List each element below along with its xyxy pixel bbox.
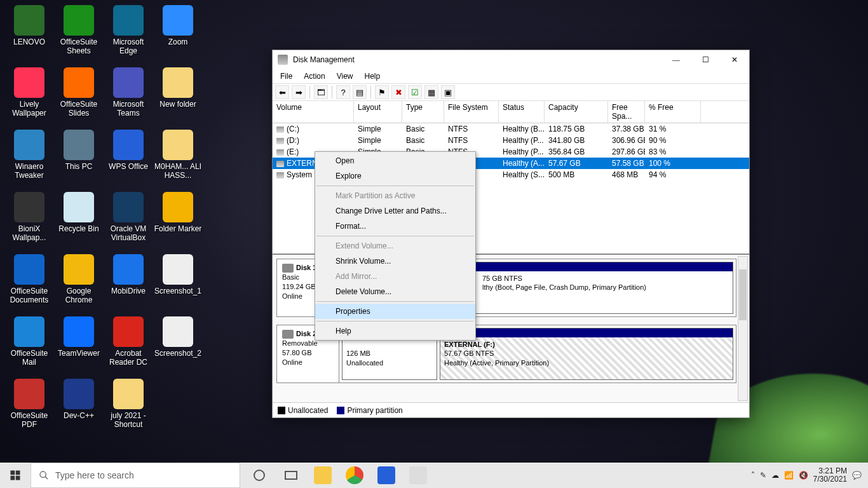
ctx-extend: Extend Volume... — [315, 238, 475, 254]
desktop-icon[interactable]: Acrobat Reader DC — [104, 316, 153, 367]
back-icon[interactable]: ⬅ — [275, 85, 289, 99]
search-icon — [39, 470, 49, 480]
desktop-icon[interactable]: july 2021 - Shortcut — [104, 379, 153, 430]
desktop-icon[interactable]: OfficeSuite Mail — [5, 316, 53, 367]
refresh-icon[interactable]: 🗔 — [314, 85, 328, 99]
ctx-open[interactable]: Open — [315, 153, 475, 168]
maximize-button[interactable]: ☐ — [691, 50, 720, 69]
action1-icon[interactable]: ▦ — [424, 85, 438, 99]
desktop-icon[interactable]: OfficeSuite Sheets — [55, 5, 103, 56]
forward-icon[interactable]: ➡ — [292, 85, 306, 99]
icon-label: TeamViewer — [55, 349, 103, 358]
ctx-format[interactable]: Format... — [315, 219, 475, 234]
volume-row[interactable]: (D:)SimpleBasicNTFSHealthy (P...341.80 G… — [273, 135, 749, 146]
taskbar: Type here to search ˄ ✎ ☁ 📶 🔇 3:21 PM 7/… — [0, 463, 868, 488]
taskview-icon[interactable] — [276, 463, 306, 488]
ctx-mark-active: Mark Partition as Active — [315, 188, 475, 203]
search-input[interactable]: Type here to search — [31, 463, 240, 488]
tray-notifications-icon[interactable]: 💬 — [852, 471, 862, 480]
tray-wifi-icon[interactable]: 📶 — [784, 471, 794, 480]
menu-help[interactable]: Help — [360, 71, 386, 82]
col-filesystem[interactable]: File System — [444, 101, 499, 123]
wps-icon[interactable] — [371, 463, 402, 488]
desktop-icon[interactable]: Microsoft Teams — [104, 67, 153, 118]
desktop-icon[interactable]: Zoom — [154, 5, 202, 47]
scrollbar[interactable] — [738, 256, 748, 401]
desktop-icon[interactable]: Google Chrome — [55, 254, 103, 305]
system-tray: ˄ ✎ ☁ 📶 🔇 3:21 PM 7/30/2021 💬 — [751, 467, 868, 484]
desktop-icon[interactable]: WPS Office — [104, 130, 153, 172]
desktop-icon[interactable]: Screenshot_2 — [154, 316, 202, 358]
col-capacity[interactable]: Capacity — [545, 101, 608, 123]
app-icon — [64, 254, 94, 285]
action2-icon[interactable]: ▣ — [441, 85, 455, 99]
col-volume[interactable]: Volume — [273, 101, 354, 123]
desktop-icon[interactable]: MobiDrive — [104, 254, 153, 296]
col-type[interactable]: Type — [402, 101, 444, 123]
desktop-icon[interactable]: Screenshot_1 — [154, 254, 202, 296]
tray-pen-icon[interactable]: ✎ — [760, 471, 766, 480]
tray-cloud-icon[interactable]: ☁ — [771, 471, 779, 480]
start-button[interactable] — [0, 463, 31, 488]
titlebar[interactable]: Disk Management ― ☐ ✕ — [273, 50, 749, 69]
desktop-icon[interactable]: M0HAM... ALI HASS... — [154, 130, 202, 180]
disk2-p1-size: 126 MB — [346, 349, 370, 357]
col-status[interactable]: Status — [499, 101, 545, 123]
disk-icon — [282, 264, 294, 273]
desktop-icon[interactable]: LENOVO — [5, 5, 53, 47]
tray-clock[interactable]: 3:21 PM 7/30/2021 — [813, 467, 847, 484]
desktop-icon[interactable]: Winaero Tweaker — [5, 130, 53, 180]
col-free[interactable]: Free Spa... — [608, 101, 645, 123]
desktop-icon[interactable]: OfficeSuite Documents — [5, 254, 53, 305]
desktop-icon[interactable]: Recycle Bin — [55, 192, 103, 234]
disk2-type: Removable — [282, 339, 318, 347]
icon-label: LENOVO — [5, 38, 53, 47]
ctx-delete[interactable]: Delete Volume... — [315, 284, 475, 299]
app-icon — [14, 5, 44, 36]
minimize-button[interactable]: ― — [661, 50, 691, 69]
menu-view[interactable]: View — [332, 71, 358, 82]
app-icon — [163, 254, 193, 285]
desktop-icon[interactable]: TeamViewer — [55, 316, 103, 358]
col-layout[interactable]: Layout — [354, 101, 402, 123]
close-button[interactable]: ✕ — [720, 50, 749, 69]
chrome-icon[interactable] — [339, 463, 370, 488]
desktop-icon[interactable]: BioniX Wallpap... — [5, 192, 53, 243]
help-icon[interactable]: ? — [336, 85, 350, 99]
desktop-icon[interactable]: Lively Wallpaper — [5, 67, 53, 118]
app-icon — [113, 67, 144, 98]
diskmgmt-icon[interactable] — [403, 463, 433, 488]
svg-rect-0 — [11, 471, 15, 475]
desktop-icon[interactable]: Microsoft Edge — [104, 5, 153, 56]
cortana-icon[interactable] — [244, 463, 275, 488]
desktop-icon[interactable]: Dev-C++ — [55, 379, 103, 421]
ctx-properties[interactable]: Properties — [315, 304, 475, 319]
desktop-icon[interactable]: Oracle VM VirtualBox — [104, 192, 153, 243]
desktop-icon[interactable]: This PC — [55, 130, 103, 172]
explorer-icon[interactable] — [308, 463, 338, 488]
menu-file[interactable]: File — [275, 71, 297, 82]
desktop-icon[interactable]: OfficeSuite Slides — [55, 67, 103, 118]
volume-row[interactable]: (C:)SimpleBasicNTFSHealthy (B...118.75 G… — [273, 123, 749, 135]
ctx-shrink[interactable]: Shrink Volume... — [315, 254, 475, 269]
tray-chevron-icon[interactable]: ˄ — [751, 471, 755, 480]
desktop-icon[interactable]: OfficeSuite PDF — [5, 379, 53, 430]
toolbar: ⬅ ➡ 🗔 ? ▤ ⚑ ✖ ☑ ▦ ▣ — [273, 83, 749, 101]
icon-label: OfficeSuite Documents — [5, 287, 53, 305]
disk2-external-partition[interactable]: EXTERNAL (F:) 57.67 GB NTFS Healthy (Act… — [440, 328, 733, 380]
settings-icon[interactable]: ⚑ — [375, 85, 389, 99]
app-icon — [14, 67, 44, 98]
ctx-explore[interactable]: Explore — [315, 168, 475, 184]
col-pctfree[interactable]: % Free — [645, 101, 701, 123]
ctx-help[interactable]: Help — [315, 323, 475, 339]
ctx-change-letter[interactable]: Change Drive Letter and Paths... — [315, 203, 475, 219]
desktop-icon[interactable]: New folder — [154, 67, 202, 109]
check-icon[interactable]: ☑ — [408, 85, 422, 99]
delete-icon[interactable]: ✖ — [391, 85, 405, 99]
tray-volume-icon[interactable]: 🔇 — [799, 471, 808, 480]
svg-rect-2 — [11, 476, 15, 480]
menu-action[interactable]: Action — [299, 71, 330, 82]
app-icon — [163, 130, 193, 160]
list-icon[interactable]: ▤ — [353, 85, 367, 99]
desktop-icon[interactable]: Folder Marker — [154, 192, 202, 234]
